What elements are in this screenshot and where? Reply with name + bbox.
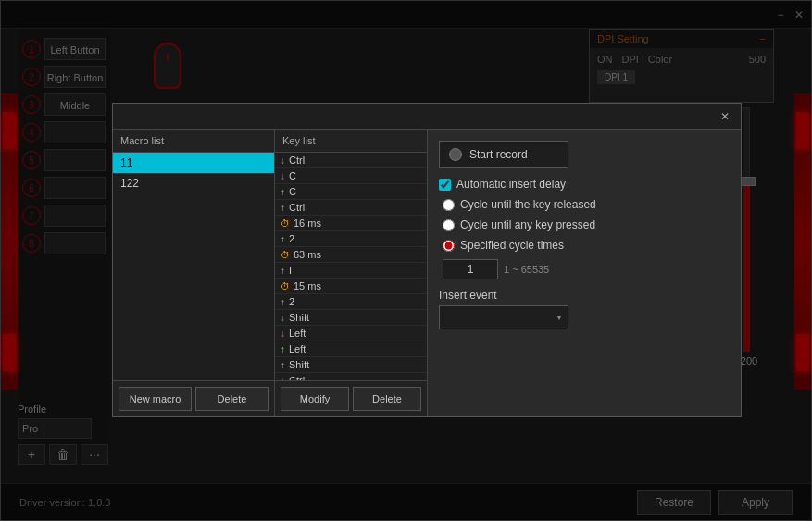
options-group: Automatic insert delay Cycle until the k… xyxy=(439,178,730,279)
key-label: 16 ms xyxy=(294,217,321,229)
insert-event-select-wrapper xyxy=(439,305,568,329)
key-timer-icon: ⏱ xyxy=(281,250,290,260)
cycle-until-released-row: Cycle until the key released xyxy=(443,198,730,211)
key-label: Left xyxy=(289,328,306,339)
key-item-0[interactable]: ↓ Ctrl xyxy=(275,153,427,168)
modal-close-button[interactable]: ✕ xyxy=(717,108,733,125)
cycle-until-any-row: Cycle until any key pressed xyxy=(443,218,730,231)
key-label: C xyxy=(289,170,296,181)
auto-insert-delay-checkbox[interactable] xyxy=(439,179,451,191)
key-label: Ctrl xyxy=(289,202,305,213)
key-item-5[interactable]: ↑ 2 xyxy=(275,231,427,247)
delete-key-button[interactable]: Delete xyxy=(353,387,421,411)
cycle-until-any-label: Cycle until any key pressed xyxy=(460,218,595,231)
key-timer-icon: ⏱ xyxy=(281,218,290,229)
new-macro-button[interactable]: New macro xyxy=(119,387,192,411)
key-item-11[interactable]: ↓ Left xyxy=(275,326,427,341)
key-timer-icon: ⏱ xyxy=(281,281,290,292)
key-arrow-up: ↑ xyxy=(281,187,285,197)
key-label: 15 ms xyxy=(294,280,321,292)
insert-event-label: Insert event xyxy=(439,289,730,302)
specified-cycle-radio[interactable] xyxy=(443,240,455,252)
cycle-until-released-label: Cycle until the key released xyxy=(460,198,596,211)
cycle-times-row: 1 ~ 65535 xyxy=(443,259,730,279)
key-item-8[interactable]: ⏱ 15 ms xyxy=(275,279,427,294)
key-arrow-up: ↑ xyxy=(281,203,285,213)
key-list-panel: Key list ↓ Ctrl ↓ C ↑ C xyxy=(275,130,428,416)
key-item-13[interactable]: ↑ Shift xyxy=(275,357,427,373)
start-record-button[interactable]: Start record xyxy=(439,141,568,168)
cycle-value-input[interactable] xyxy=(443,259,498,279)
macro-list-header: Macro list xyxy=(113,130,274,153)
record-panel: Start record Automatic insert delay Cycl… xyxy=(428,130,741,416)
key-arrow-down: ↓ xyxy=(281,171,285,181)
key-item-12[interactable]: ↑ Left xyxy=(275,341,427,357)
key-arrow-down: ↓ xyxy=(281,155,285,166)
key-list-header: Key list xyxy=(275,130,427,153)
macro-list-panel: Macro list 11 122 New macro Delete xyxy=(113,130,275,416)
modify-button[interactable]: Modify xyxy=(281,387,349,411)
key-item-14[interactable]: ↓ Ctrl xyxy=(275,373,427,380)
modal-title-bar: ✕ xyxy=(113,104,741,130)
cycle-until-released-radio[interactable] xyxy=(443,199,455,211)
key-arrow-up: ↑ xyxy=(281,234,285,244)
macro-list-actions: New macro Delete xyxy=(113,380,274,416)
key-label: 2 xyxy=(289,296,294,307)
macro-item-1[interactable]: 122 xyxy=(113,173,274,193)
record-dot xyxy=(449,148,462,161)
macro-item-0[interactable]: 11 xyxy=(113,153,274,173)
key-item-4[interactable]: ⏱ 16 ms xyxy=(275,216,427,231)
key-label: Shift xyxy=(289,359,309,370)
macro-list: 11 122 xyxy=(113,153,274,380)
key-label: Shift xyxy=(289,312,309,323)
insert-event-wrapper xyxy=(439,305,730,329)
auto-insert-delay-label: Automatic insert delay xyxy=(456,178,566,191)
key-label: C xyxy=(289,186,296,197)
delete-macro-button[interactable]: Delete xyxy=(195,387,269,411)
key-item-1[interactable]: ↓ C xyxy=(275,168,427,184)
key-item-6[interactable]: ⏱ 63 ms xyxy=(275,247,427,263)
key-list: ↓ Ctrl ↓ C ↑ C ↑ Ctrl xyxy=(275,153,427,380)
insert-event-section: Insert event xyxy=(439,289,730,329)
key-item-10[interactable]: ↓ Shift xyxy=(275,310,427,326)
key-arrow-down: ↓ xyxy=(281,313,285,323)
key-label: I xyxy=(289,265,292,276)
key-arrow-down: ↓ xyxy=(281,329,285,339)
cycle-until-any-radio[interactable] xyxy=(443,219,455,231)
macro-modal: ✕ Macro list 11 122 New macro Delete Key… xyxy=(112,103,742,417)
insert-event-select[interactable] xyxy=(439,305,568,329)
auto-insert-delay-row: Automatic insert delay xyxy=(439,178,730,191)
modal-body: Macro list 11 122 New macro Delete Key l… xyxy=(113,130,741,416)
key-item-3[interactable]: ↑ Ctrl xyxy=(275,200,427,216)
main-window: − ✕ 1 Left Button 2 Right Button 3 Middl… xyxy=(0,0,812,521)
start-record-label: Start record xyxy=(469,148,528,161)
key-label: Left xyxy=(289,343,306,354)
specified-cycle-label: Specified cycle times xyxy=(460,239,564,252)
key-arrow-up: ↑ xyxy=(281,360,285,370)
key-arrow-up: ↑ xyxy=(281,297,285,307)
key-label: Ctrl xyxy=(289,155,305,166)
key-label: 63 ms xyxy=(294,249,321,260)
key-arrow-up: ↑ xyxy=(281,344,285,354)
key-item-9[interactable]: ↑ 2 xyxy=(275,294,427,310)
key-item-7[interactable]: ↑ I xyxy=(275,263,427,279)
specified-cycle-row: Specified cycle times xyxy=(443,239,730,252)
key-item-2[interactable]: ↑ C xyxy=(275,184,427,200)
cycle-range: 1 ~ 65535 xyxy=(504,264,549,275)
key-label: 2 xyxy=(289,233,294,244)
key-list-actions: Modify Delete xyxy=(275,380,427,416)
key-arrow-up: ↑ xyxy=(281,266,285,276)
